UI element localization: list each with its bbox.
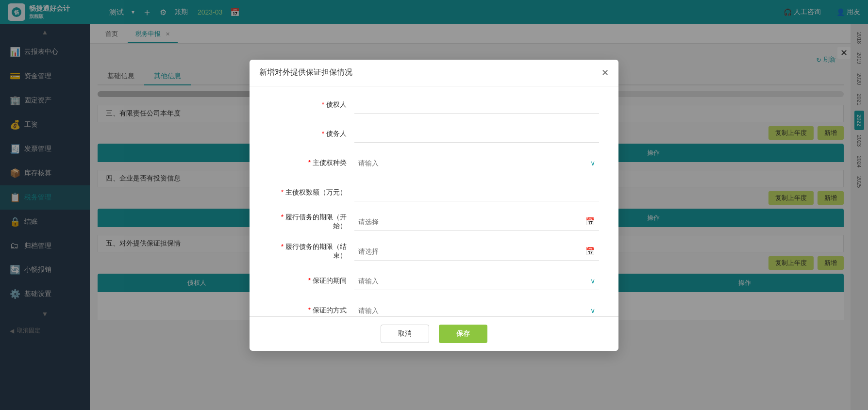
input-debtor[interactable] (354, 125, 599, 143)
modal-overlay: 新增对外提供保证担保情况 ✕ * 债权人 * 债务人 (0, 0, 868, 410)
label-claim-amount-text: 主债权数额（万元） (285, 188, 347, 196)
required-mark-guarantee-method: * (308, 306, 311, 314)
label-period-start: * 履行债务的期限（开始） (269, 213, 347, 230)
input-creditor[interactable] (354, 96, 599, 114)
select-wrap-guarantee-period: ∨ (354, 272, 599, 290)
dropdown-arrow-guarantee-period[interactable]: ∨ (590, 277, 599, 285)
save-button[interactable]: 保存 (439, 325, 487, 343)
dialog-body: * 债权人 * 债务人 * 主债权种类 (250, 86, 618, 316)
date-input-period-start[interactable] (354, 213, 585, 230)
label-period-end: * 履行债务的期限（结束） (269, 243, 347, 260)
required-mark-claim-amount: * (281, 188, 284, 196)
date-input-period-end[interactable] (354, 243, 585, 260)
form-row-guarantee-period: * 保证的期间 ∨ (269, 272, 599, 290)
dropdown-arrow-guarantee-method[interactable]: ∨ (590, 307, 599, 314)
dialog-close-button[interactable]: ✕ (601, 67, 609, 78)
form-row-claim-amount: * 主债权数额（万元） (269, 184, 599, 201)
label-guarantee-method-text: 保证的方式 (313, 306, 347, 314)
dialog-footer: 取消 保存 (250, 316, 618, 351)
calendar-icon-end[interactable]: 📅 (585, 246, 599, 256)
select-input-claim-type[interactable] (354, 154, 590, 172)
label-guarantee-period: * 保证的期间 (269, 277, 347, 285)
form-row-period-start: * 履行债务的期限（开始） 📅 (269, 213, 599, 231)
select-input-guarantee-method[interactable] (354, 302, 590, 316)
form-row-period-end: * 履行债务的期限（结束） 📅 (269, 243, 599, 261)
label-claim-type-text: 主债权种类 (313, 159, 347, 166)
label-creditor: * 债权人 (269, 100, 347, 109)
label-claim-type: * 主债权种类 (269, 159, 347, 167)
label-period-end-text: 履行债务的期限（结束） (285, 243, 347, 259)
calendar-icon-start[interactable]: 📅 (585, 217, 599, 226)
date-wrap-period-end: 📅 (354, 243, 599, 261)
select-input-guarantee-period[interactable] (354, 272, 590, 290)
label-guarantee-method: * 保证的方式 (269, 306, 347, 315)
dialog-header: 新增对外提供保证担保情况 ✕ (250, 60, 618, 86)
form-row-debtor: * 债务人 (269, 125, 599, 143)
label-guarantee-period-text: 保证的期间 (313, 277, 347, 284)
dialog: 新增对外提供保证担保情况 ✕ * 债权人 * 债务人 (250, 60, 618, 351)
form-row-creditor: * 债权人 (269, 96, 599, 114)
date-wrap-period-start: 📅 (354, 213, 599, 231)
required-mark-guarantee-period: * (308, 277, 311, 284)
form-row-guarantee-method: * 保证的方式 ∨ (269, 302, 599, 316)
dialog-title: 新增对外提供保证担保情况 (259, 67, 352, 78)
cancel-button[interactable]: 取消 (381, 325, 429, 343)
label-creditor-text: 债权人 (326, 100, 347, 108)
required-mark-creditor: * (322, 100, 324, 108)
form-row-claim-type: * 主债权种类 ∨ (269, 154, 599, 172)
required-mark-debtor: * (322, 130, 324, 137)
label-debtor: * 债务人 (269, 130, 347, 138)
required-mark-period-end: * (281, 243, 284, 250)
label-debtor-text: 债务人 (326, 130, 347, 137)
dropdown-arrow-claim-type[interactable]: ∨ (590, 159, 599, 167)
label-period-start-text: 履行债务的期限（开始） (285, 213, 347, 230)
label-claim-amount: * 主债权数额（万元） (269, 188, 347, 197)
required-mark-period-start: * (281, 213, 284, 221)
select-wrap-guarantee-method: ∨ (354, 302, 599, 316)
required-mark-claim-type: * (308, 159, 311, 166)
input-claim-amount[interactable] (354, 184, 599, 201)
select-wrap-claim-type: ∨ (354, 154, 599, 172)
